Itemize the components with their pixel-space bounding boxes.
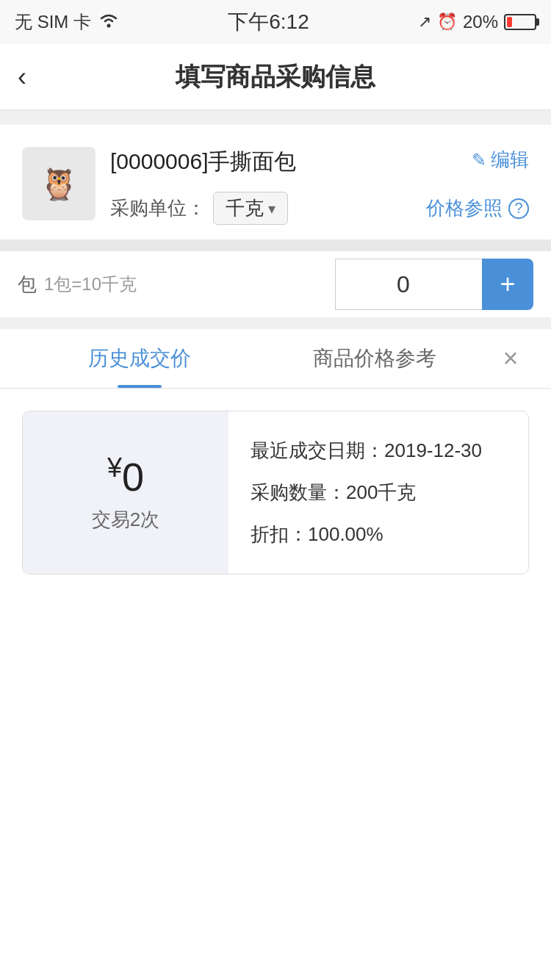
- unit-value: 千克: [226, 195, 264, 221]
- status-right-icons: ↗ ⏰ 20%: [418, 12, 536, 32]
- tab-price-reference[interactable]: 商品价格参考: [257, 329, 492, 388]
- product-info: [0000006]手撕面包 ✎ 编辑 采购单位： 千克 ▾ 价格参照 ?: [110, 147, 529, 225]
- latest-date-label: 最近成交日期：: [251, 439, 384, 461]
- quantity-label: 包 1包=10千克: [18, 272, 137, 298]
- battery-icon: [504, 14, 536, 30]
- back-button[interactable]: ‹: [18, 62, 26, 93]
- price-reference-button[interactable]: 价格参照 ?: [426, 195, 529, 221]
- product-unit-row: 采购单位： 千克 ▾ 价格参照 ?: [110, 192, 529, 225]
- edit-button[interactable]: ✎ 编辑: [472, 147, 529, 173]
- price-ref-label: 价格参照: [426, 195, 503, 221]
- bottom-area: [0, 597, 551, 980]
- alarm-icon: ⏰: [437, 12, 457, 32]
- transaction-price-side: ¥0 交易2次: [23, 411, 228, 574]
- unit-label: 采购单位：: [110, 195, 206, 221]
- discount-value: 100.00%: [308, 523, 383, 545]
- carrier-text: 无 SIM 卡: [15, 10, 91, 34]
- transaction-area: ¥0 交易2次 最近成交日期：2019-12-30 采购数量：200千克 折扣：…: [0, 389, 551, 597]
- status-carrier: 无 SIM 卡: [15, 10, 119, 34]
- location-icon: ↗: [418, 12, 431, 32]
- tabs-header: 历史成交价 商品价格参考 ×: [0, 329, 551, 389]
- edit-icon: ✎: [472, 150, 486, 170]
- help-icon: ?: [508, 198, 529, 219]
- product-top-row: [0000006]手撕面包 ✎ 编辑: [110, 147, 529, 177]
- product-image: 🦉: [22, 147, 96, 220]
- trade-count: 交易2次: [92, 507, 159, 533]
- tabs-panel: 历史成交价 商品价格参考 × ¥0 交易2次 最近成交日期：2019-12-30…: [0, 329, 551, 597]
- quantity-input[interactable]: [335, 259, 482, 310]
- product-logo: 🦉: [40, 166, 78, 202]
- svg-point-0: [107, 24, 111, 28]
- latest-date-row: 最近成交日期：2019-12-30: [251, 436, 506, 465]
- nav-bar: ‹ 填写商品采购信息: [0, 44, 551, 110]
- dropdown-icon: ▾: [268, 200, 276, 217]
- status-time: 下午6:12: [228, 8, 309, 36]
- discount-row: 折扣：100.00%: [251, 520, 506, 549]
- price-value: 0: [122, 455, 144, 499]
- purchase-qty-value: 200千克: [346, 481, 416, 503]
- battery-percent: 20%: [463, 12, 498, 32]
- tab-price-reference-label: 商品价格参考: [313, 345, 436, 372]
- unit-selector[interactable]: 千克 ▾: [213, 192, 288, 225]
- currency-symbol: ¥: [107, 453, 122, 483]
- wifi-icon: [98, 12, 119, 32]
- quantity-plus-button[interactable]: +: [482, 259, 533, 310]
- discount-label: 折扣：: [251, 523, 308, 545]
- product-card: 🦉 [0000006]手撕面包 ✎ 编辑 采购单位： 千克 ▾ 价格参照 ?: [0, 125, 551, 239]
- unit-left: 采购单位： 千克 ▾: [110, 192, 288, 225]
- tabs-close-button[interactable]: ×: [492, 329, 529, 388]
- page-title: 填写商品采购信息: [176, 60, 375, 94]
- conversion-info: 1包=10千克: [44, 273, 137, 296]
- purchase-qty-row: 采购数量：200千克: [251, 478, 506, 507]
- latest-date-value: 2019-12-30: [384, 439, 482, 461]
- section-divider: [0, 239, 551, 251]
- transaction-card: ¥0 交易2次 最近成交日期：2019-12-30 采购数量：200千克 折扣：…: [22, 411, 529, 574]
- quantity-row: 包 1包=10千克 +: [0, 251, 551, 317]
- status-bar: 无 SIM 卡 下午6:12 ↗ ⏰ 20%: [0, 0, 551, 44]
- tab-history-price-label: 历史成交价: [88, 345, 191, 372]
- unit-badge: 包: [18, 272, 37, 298]
- product-name: [0000006]手撕面包: [110, 147, 296, 177]
- tab-history-price[interactable]: 历史成交价: [22, 329, 257, 388]
- transaction-detail-side: 最近成交日期：2019-12-30 采购数量：200千克 折扣：100.00%: [228, 411, 528, 574]
- transaction-price: ¥0: [107, 453, 144, 500]
- quantity-input-area: +: [335, 259, 533, 310]
- purchase-qty-label: 采购数量：: [251, 481, 346, 503]
- edit-label: 编辑: [491, 147, 529, 173]
